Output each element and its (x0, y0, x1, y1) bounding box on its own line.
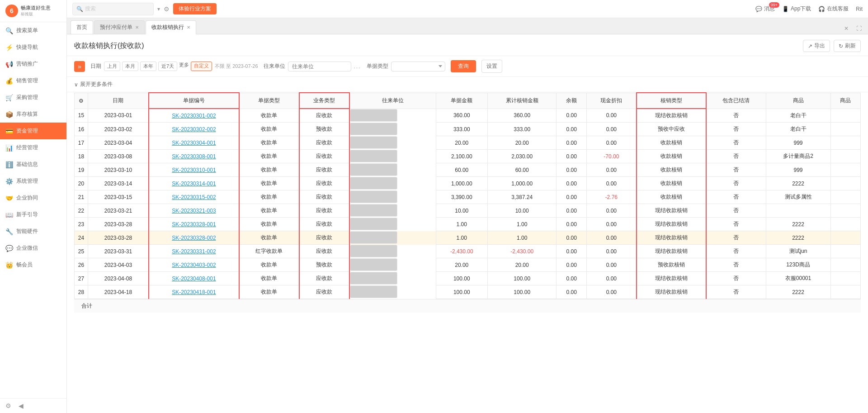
sidebar-item-wechat[interactable]: 💬 企业微信 (0, 240, 66, 256)
cell-bill-type: 收款单 (239, 272, 299, 285)
sidebar-logo: 6 畅康道好生意 标推版 (0, 0, 66, 22)
cell-bill-no[interactable]: SK-20230408-001 (149, 272, 239, 285)
date-more[interactable]: 更多 (179, 62, 189, 71)
cell-bill-type: 收款单 (239, 123, 299, 136)
cell-bill-type: 红字收款单 (239, 245, 299, 258)
user-profile[interactable]: Rit (856, 6, 863, 12)
table-row: 162023-03-02SK-20230302-002收款单预收款██████3… (75, 123, 861, 136)
sidebar-item-purchase[interactable]: 🛒 采购管理 (0, 89, 66, 106)
cell-bill-no[interactable]: SK-20230321-003 (149, 204, 239, 218)
date-filter-group: 日期 上月 本月 本年 近7天 更多 自定义 不限 至 2023-07-26 (90, 62, 258, 71)
sidebar-item-marketing[interactable]: 📢 营销推广 (0, 56, 66, 72)
sidebar-item-inventory[interactable]: 📦 库存核算 (0, 106, 66, 123)
cell-no: 28 (75, 285, 88, 299)
col-balance: 余额 (557, 93, 586, 109)
sidebar-item-operations[interactable]: 📊 经营管理 (0, 139, 66, 156)
refresh-button[interactable]: ↻ 刷新 (834, 40, 861, 52)
cell-bill-type: 收款单 (239, 109, 299, 123)
date-btn-last-month[interactable]: 上月 (104, 62, 120, 71)
cell-date: 2023-03-21 (88, 204, 149, 218)
expand-button[interactable]: ∨ 展开更多条件 (74, 79, 861, 90)
cell-bill-no[interactable]: SK-20230308-001 (149, 150, 239, 163)
cell-biz-type: 预收款 (299, 123, 349, 136)
notification-button[interactable]: 💬 消息 99+ (755, 5, 775, 13)
sidebar-item-search[interactable]: 🔍 搜索菜单 (0, 22, 66, 39)
export-button[interactable]: ↗ 导出 (803, 40, 830, 52)
sidebar-item-sales[interactable]: 💰 销售管理 (0, 72, 66, 89)
cell-balance: 0.00 (557, 163, 586, 177)
cell-biz-type: 应收款 (299, 204, 349, 218)
sidebar-item-label: 采购管理 (16, 94, 38, 101)
cell-bill-no[interactable]: SK-20230302-002 (149, 123, 239, 136)
date-btn-this-year[interactable]: 本年 (140, 62, 156, 71)
table-wrapper[interactable]: ⚙ 日期 单据编号 单据类型 业务类型 往来单位 单据金额 累计核销金额 余额 … (67, 92, 868, 413)
solution-button[interactable]: 体验行业方案 (173, 3, 217, 14)
cell-no: 25 (75, 245, 88, 258)
date-range-text: 不限 至 2023-07-26 (215, 63, 258, 70)
cell-accum-writeoff: 20.00 (487, 136, 557, 150)
basicinfo-icon: ℹ️ (5, 161, 13, 168)
sidebar-collapse-icon[interactable]: ◀ (19, 402, 24, 409)
cell-bill-no[interactable]: SK-20230315-002 (149, 190, 239, 204)
maximize-window-icon[interactable]: ⛶ (854, 23, 864, 34)
cell-date: 2023-03-14 (88, 177, 149, 190)
sidebar-item-system[interactable]: ⚙️ 系统管理 (0, 173, 66, 190)
topbar-gear-icon[interactable]: ⚙ (164, 5, 170, 13)
sidebar-item-label: 搜索菜单 (16, 27, 38, 34)
cell-bill-no[interactable]: SK-20230418-001 (149, 285, 239, 299)
cell-product2 (830, 123, 860, 136)
col-partner: 往来单位 (349, 93, 436, 109)
tab-collection-close[interactable]: ✕ (187, 25, 190, 30)
app-download-button[interactable]: 📱 App下载 (782, 5, 811, 13)
cell-date: 2023-04-03 (88, 258, 149, 272)
sidebar: 6 畅康道好生意 标推版 🔍 搜索菜单 ⚡ 快捷导航 📢 营销推广 💰 销售管理… (0, 0, 67, 413)
date-btn-this-month[interactable]: 本月 (122, 62, 138, 71)
partner-input[interactable] (288, 62, 351, 71)
cell-biz-type: 应收款 (299, 272, 349, 285)
date-btn-7days[interactable]: 近7天 (158, 62, 177, 71)
cell-bill-no[interactable]: SK-20230403-002 (149, 258, 239, 272)
filter-toggle-button[interactable]: » (74, 61, 85, 72)
cell-bill-no[interactable]: SK-20230331-002 (149, 245, 239, 258)
sidebar-item-basicinfo[interactable]: ℹ️ 基础信息 (0, 156, 66, 173)
sidebar-item-member[interactable]: 👑 畅会员 (0, 256, 66, 273)
cell-writeoff-type: 现结收款核销 (637, 218, 706, 231)
tab-prepay-close[interactable]: ✕ (135, 25, 139, 30)
cell-balance: 0.00 (557, 218, 586, 231)
col-writeoff-type: 核销类型 (637, 93, 706, 109)
tab-home[interactable]: 首页 (71, 20, 93, 34)
cell-bill-no[interactable]: SK-20230314-001 (149, 177, 239, 190)
cell-accum-writeoff: 360.00 (487, 109, 557, 123)
cell-bill-no[interactable]: SK-20230328-002 (149, 231, 239, 245)
sidebar-item-hardware[interactable]: 🔧 智能硬件 (0, 223, 66, 240)
col-settings[interactable]: ⚙ (75, 93, 88, 109)
sidebar-item-enterprise[interactable]: 🤝 企业协同 (0, 190, 66, 206)
date-custom-btn[interactable]: 自定义 (191, 62, 212, 71)
tab-prepay[interactable]: 预付冲应付单 ✕ (94, 20, 145, 34)
close-window-icon[interactable]: ✕ (841, 23, 852, 34)
cell-no: 15 (75, 109, 88, 123)
sidebar-item-quicknav[interactable]: ⚡ 快捷导航 (0, 39, 66, 56)
main-content: 🔍 搜索 ▾ ⚙ 体验行业方案 💬 消息 99+ 📱 App下载 🎧 在线客服 … (67, 0, 868, 413)
cell-product1: 123D商品 (766, 258, 830, 272)
cell-bill-no[interactable]: SK-20230328-001 (149, 218, 239, 231)
cell-bill-no[interactable]: SK-20230310-001 (149, 163, 239, 177)
online-service-button[interactable]: 🎧 在线客服 (818, 5, 849, 13)
cell-included: 否 (706, 285, 766, 299)
cell-balance: 0.00 (557, 177, 586, 190)
cell-included: 否 (706, 218, 766, 231)
sidebar-item-finance[interactable]: 💳 资金管理 (0, 123, 66, 139)
topbar-dropdown-arrow[interactable]: ▾ (157, 6, 160, 12)
topbar-search-box[interactable]: 🔍 搜索 (72, 3, 154, 15)
cell-bill-no[interactable]: SK-20230301-002 (149, 109, 239, 123)
receipt-type-select[interactable] (391, 62, 445, 71)
tab-collection[interactable]: 收款核销执行 ✕ (146, 20, 196, 34)
sidebar-settings-icon[interactable]: ⚙ (5, 402, 11, 409)
cell-bill-no[interactable]: SK-20230304-001 (149, 136, 239, 150)
sidebar-item-guide[interactable]: 📖 新手引导 (0, 206, 66, 223)
cell-balance: 0.00 (557, 258, 586, 272)
query-button[interactable]: 查询 (451, 60, 476, 72)
cell-cash-discount: 0.00 (586, 204, 636, 218)
cell-writeoff-type: 现结收款核销 (637, 285, 706, 299)
filter-setting-button[interactable]: 设置 (481, 60, 502, 73)
